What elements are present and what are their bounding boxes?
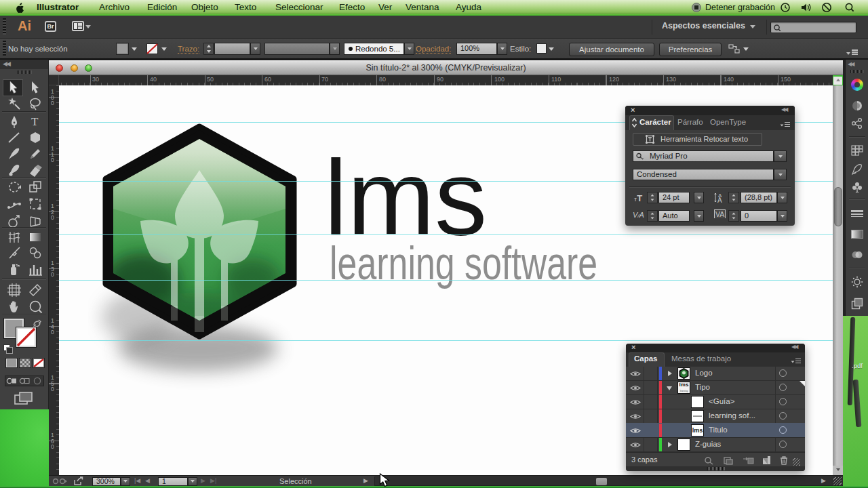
svg-text:A: A: [717, 197, 722, 203]
